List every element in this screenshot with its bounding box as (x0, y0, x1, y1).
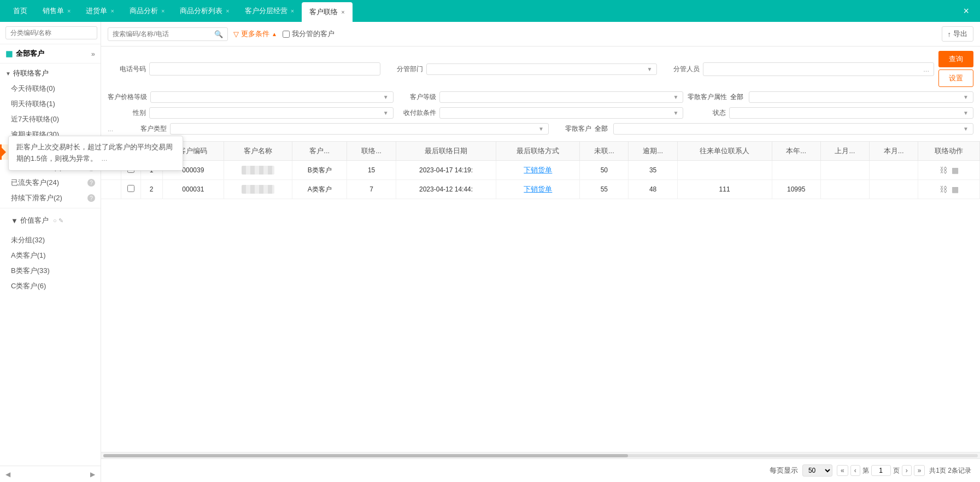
pending-arrow: ▼ (5, 71, 11, 77)
row1-name (224, 161, 292, 180)
sidebar-footer: ◀ ▶ (0, 466, 101, 482)
page-nav: « ‹ 第 页 › » (837, 465, 925, 476)
row2-checkbox[interactable] (127, 185, 134, 192)
manager-dots[interactable]: ... (923, 65, 929, 73)
status-select[interactable]: ▼ (729, 107, 973, 119)
more-conditions-btn[interactable]: ▽ 更多条件 ▲ (233, 29, 277, 39)
value-customer-edit[interactable]: ○ ✎ (53, 217, 63, 224)
row2-contact-num: 7 (347, 180, 396, 199)
scroll-track[interactable] (103, 454, 978, 457)
search-icon[interactable]: 🔍 (214, 30, 223, 38)
row2-grid-icon[interactable]: ▦ (952, 185, 959, 194)
retail-attr-select[interactable]: ▼ (749, 91, 973, 103)
status-field: 状态 ▼ (688, 107, 973, 119)
page-label-pre: 第 (862, 466, 869, 475)
sidebar-item-b-class[interactable]: B类客户(33) (0, 263, 101, 278)
col-action: 联络动作 (918, 142, 980, 161)
sidebar-item-tomorrow[interactable]: 明天待联络(1) (0, 96, 101, 112)
close-sales-tab[interactable]: × (67, 8, 71, 14)
row1-link-icon[interactable]: ⛓ (940, 166, 947, 175)
sidebar-item-continuous-down[interactable]: 持续下滑客户(2) ? (0, 190, 101, 206)
manager-select[interactable]: ... (703, 62, 934, 76)
continuous-down-info-icon[interactable]: ? (87, 194, 95, 202)
dept-label: 分管部门 (385, 65, 423, 74)
row2-name (224, 180, 292, 199)
query-button[interactable]: 查询 (938, 51, 973, 67)
sidebar-prev-arrow[interactable]: ◀ (5, 471, 10, 478)
horizontal-scrollbar[interactable] (101, 452, 980, 458)
top-navigation: 首页 销售单 × 进货单 × 商品分析 × 商品分析列表 × 客户分层经营 × … (0, 0, 980, 22)
sidebar-item-ungrouped[interactable]: 未分组(32) (0, 233, 101, 248)
col-customer-type: 客户... (292, 142, 347, 161)
nav-analysis[interactable]: 商品分析 × (122, 0, 172, 22)
retail-customer-field: 零散客户 全部 ▼ (553, 123, 973, 135)
my-customer-checkbox[interactable] (283, 31, 290, 38)
sidebar-item-c-class[interactable]: C类客户(6) (0, 278, 101, 294)
row1-method-link[interactable]: 下销货单 (524, 166, 552, 174)
value-customer-arrow: ▼ (11, 217, 18, 225)
sidebar-search-input[interactable] (5, 26, 97, 39)
sidebar-next-arrow[interactable]: ▶ (90, 471, 95, 478)
row2-last-method[interactable]: 下销货单 (496, 180, 580, 199)
tooltip-text: 距客户上次交易时长，超过了此客户的平均交易周期的1.5倍，则视为异常。 (16, 143, 101, 162)
page-label: 页 (893, 466, 900, 475)
row1-grid-icon[interactable]: ▦ (952, 166, 959, 175)
manager-field: 分管人员 ... (661, 62, 934, 76)
close-customer-contact-tab[interactable]: × (341, 9, 344, 15)
price-level-select[interactable]: ▼ (150, 91, 394, 103)
close-all-tabs[interactable]: × (958, 5, 975, 17)
sidebar-item-7days[interactable]: 近7天待联络(0) (0, 112, 101, 127)
scroll-thumb[interactable] (103, 454, 628, 457)
retail-customer-label: 零散客户 (553, 124, 591, 133)
phone-input[interactable] (149, 62, 380, 76)
nav-customer-contact[interactable]: 客户联络 × (302, 2, 352, 22)
pending-contact-group[interactable]: ▼ 待联络客户 (0, 66, 101, 81)
retail-customer-select[interactable]: ▼ (613, 123, 973, 135)
row2-method-link[interactable]: 下销货单 (524, 185, 552, 193)
more-dots[interactable]: ... (108, 125, 113, 133)
nav-purchase[interactable]: 进货单 × (78, 0, 121, 22)
prev-page-btn[interactable]: ‹ (850, 465, 860, 476)
price-level-field: 客户价格等级 ▼ (108, 91, 394, 103)
page-input[interactable] (871, 465, 891, 476)
col-contact-num: 联络... (347, 142, 396, 161)
settings-button[interactable]: 设置 (938, 69, 973, 87)
first-page-btn[interactable]: « (837, 465, 848, 476)
dept-select[interactable]: ▼ (426, 63, 658, 75)
per-page-select[interactable]: 50 20 100 (802, 464, 832, 477)
next-page-btn[interactable]: › (902, 465, 912, 476)
row2-check[interactable] (121, 180, 140, 199)
search-input[interactable] (113, 30, 214, 38)
row2-link-icon[interactable]: ⛓ (940, 185, 947, 194)
gender-select[interactable]: ▼ (149, 107, 394, 119)
nav-home[interactable]: 首页 (5, 0, 35, 22)
sidebar-item-today[interactable]: 今天待联络(0) (0, 81, 101, 96)
close-customer-tier-tab[interactable]: × (291, 8, 294, 14)
nav-analysis-list[interactable]: 商品分析列表 × (172, 0, 237, 22)
pending-contact-label: 待联络客户 (13, 68, 49, 78)
close-analysis-list-tab[interactable]: × (226, 8, 229, 14)
last-page-btn[interactable]: » (914, 465, 925, 476)
export-button[interactable]: ↑ 导出 (942, 26, 974, 42)
action-buttons: 查询 设置 (938, 51, 973, 87)
sidebar-item-a-class[interactable]: A类客户(1) (0, 248, 101, 263)
row2-settings (101, 180, 121, 199)
value-customer-header[interactable]: ▼ 价值客户 ○ ✎ (5, 213, 95, 228)
row1-last-method[interactable]: 下销货单 (496, 161, 580, 180)
price-level-label: 客户价格等级 (108, 92, 147, 102)
already-lost-info-icon[interactable]: ? (87, 179, 95, 187)
customer-type-select[interactable]: ▼ (170, 123, 549, 135)
col-name: 客户名称 (224, 142, 292, 161)
close-analysis-tab[interactable]: × (161, 8, 165, 14)
sidebar: 🔍 ▦ 全部客户 » ▼ 待联络客户 今天待联络(0) 明天待联络(1) 近7天… (0, 22, 101, 482)
nav-sales[interactable]: 销售单 × (35, 0, 78, 22)
filter-row-2: 客户价格等级 ▼ 客户等级 ▼ 零散客户属性 全部 ▼ (108, 91, 973, 103)
level-select[interactable]: ▼ (439, 91, 684, 103)
sidebar-collapse-icon[interactable]: » (91, 50, 95, 58)
close-purchase-tab[interactable]: × (110, 8, 114, 14)
payment-select[interactable]: ▼ (439, 107, 684, 119)
nav-customer-tier[interactable]: 客户分层经营 × (237, 0, 302, 22)
pagination: 每页显示 50 20 100 « ‹ 第 页 › » 共1页 2条记录 (101, 458, 980, 482)
sidebar-item-already-lost[interactable]: 已流失客户(24) ? (0, 175, 101, 190)
all-customers-label: 全部客户 (16, 49, 44, 59)
